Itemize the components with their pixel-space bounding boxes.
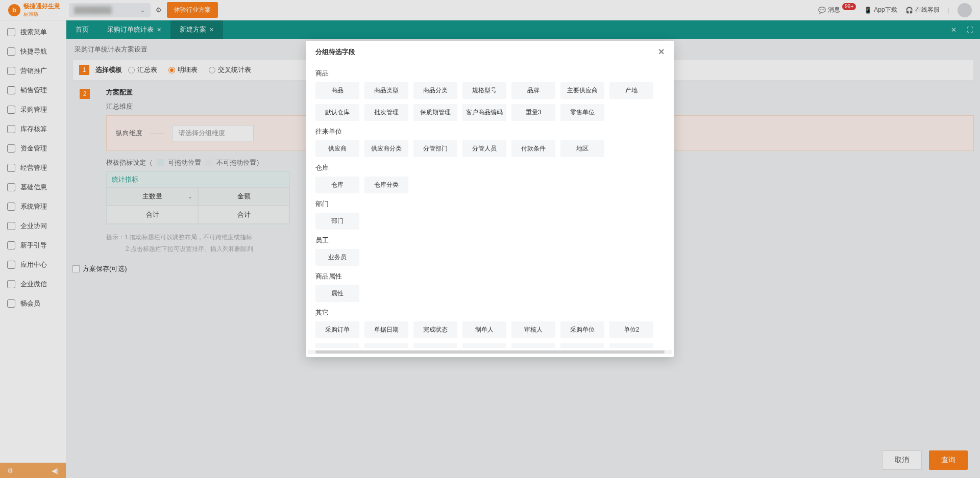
field-option[interactable]: 销售订单 [560,343,604,348]
field-option[interactable]: 单位2 [609,321,653,338]
field-option[interactable]: 属性 [315,285,359,302]
field-group-title: 商品属性 [315,272,665,281]
field-option[interactable]: 地区 [560,140,604,157]
field-option[interactable]: 品牌 [511,82,555,99]
field-option[interactable]: 制单人 [462,321,506,338]
field-option[interactable]: 供应商分类 [364,140,408,157]
field-option[interactable]: 供应商 [315,140,359,157]
horizontal-scrollbar[interactable] [308,350,672,354]
field-option[interactable]: 默认仓库 [315,104,359,121]
field-option[interactable]: 批次管理 [364,104,408,121]
field-option[interactable]: 采购订单 [315,321,359,338]
field-group: 仓库仓库仓库分类 [315,163,665,193]
field-option[interactable]: 部门 [315,213,359,230]
field-group-title: 往来单位 [315,127,665,136]
field-option[interactable]: 分管人员 [462,140,506,157]
field-option[interactable]: 完成状态 [413,321,457,338]
field-group: 往来单位供应商供应商分类分管部门分管人员付款条件地区 [315,127,665,157]
field-option[interactable]: 付款条件 [511,140,555,157]
field-option[interactable]: 批号 [364,343,408,348]
field-group: 商品属性属性 [315,272,665,302]
modal-title: 分组待选字段 [315,47,355,57]
field-group: 商品商品商品类型商品分类规格型号品牌主要供应商产地默认仓库批次管理保质期管理客户… [315,69,665,121]
field-option[interactable]: 商品 [315,82,359,99]
field-option[interactable]: 客户商品编码 [462,104,506,121]
field-option[interactable]: 价格类型 [413,343,457,348]
field-group-title: 商品 [315,69,665,78]
field-group: 员工业务员 [315,236,665,266]
field-option[interactable]: 赠品 [511,343,555,348]
field-option[interactable]: 主计量 [315,343,359,348]
field-option[interactable]: 商品分类 [413,82,457,99]
modal-backdrop: 分组待选字段 ✕ 商品商品商品类型商品分类规格型号品牌主要供应商产地默认仓库批次… [0,0,980,478]
field-option[interactable]: 采购单位 [560,321,604,338]
field-group-title: 部门 [315,199,665,209]
field-option[interactable]: 分管部门 [413,140,457,157]
field-option[interactable]: 业务员 [315,249,359,266]
field-option[interactable]: 产地 [609,82,653,99]
field-group: 部门部门 [315,199,665,230]
field-option[interactable]: 商品类型 [364,82,408,99]
field-option[interactable]: 保质期管理 [413,104,457,121]
close-icon[interactable]: ✕ [658,47,665,57]
field-option[interactable]: 规格型号 [462,82,506,99]
field-option[interactable]: 仓库分类 [364,177,408,193]
field-option[interactable]: 审核人 [511,321,555,338]
modal-header: 分组待选字段 ✕ [306,41,674,63]
field-option[interactable]: 销售订单（明细） [609,343,653,348]
field-group: 其它采购订单单据日期完成状态制单人审核人采购单位单位2主计量批号价格类型预计到货… [315,308,665,348]
field-selector-modal: 分组待选字段 ✕ 商品商品商品类型商品分类规格型号品牌主要供应商产地默认仓库批次… [306,41,674,357]
field-group-title: 其它 [315,308,665,317]
field-group-title: 仓库 [315,163,665,172]
field-option[interactable]: 单据日期 [364,321,408,338]
field-option[interactable]: 仓库 [315,177,359,193]
field-option[interactable]: 零售单位 [560,104,604,121]
field-option[interactable]: 预计到货日期 [462,343,506,348]
field-group-title: 员工 [315,236,665,245]
field-option[interactable]: 主要供应商 [560,82,604,99]
field-option[interactable]: 重量3 [511,104,555,121]
